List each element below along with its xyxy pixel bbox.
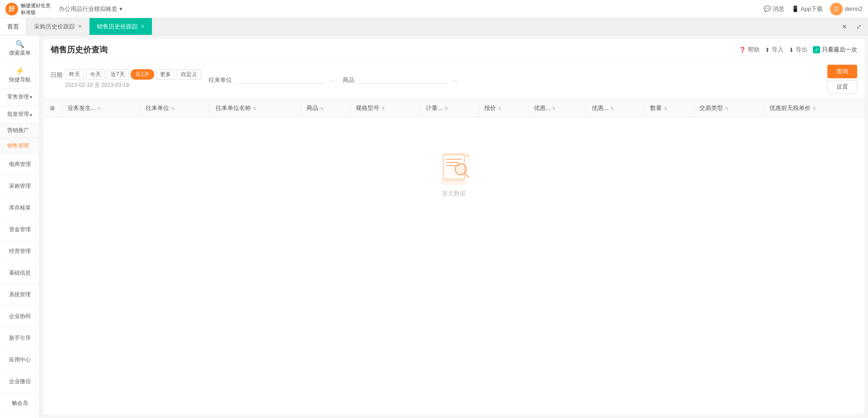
sidebar-item-app-center[interactable]: 应用中心 xyxy=(0,349,39,371)
th-discount1[interactable]: 优惠... ⇅ xyxy=(528,100,586,117)
import-icon: ⬆ xyxy=(765,47,770,53)
tab-sales-history[interactable]: 销售历史价跟踪 ✕ xyxy=(90,18,152,35)
sidebar-item-wholesale-mgmt[interactable]: 批发管理 ▴ xyxy=(0,106,39,123)
date-btn-today[interactable]: 今天 xyxy=(86,69,105,80)
th-discount2[interactable]: 优惠... ⇅ xyxy=(586,100,645,117)
user-btn[interactable]: D demo2 xyxy=(830,3,863,15)
app-title-area[interactable]: 办公用品行业模拟账套 ▾ xyxy=(59,5,123,13)
sidebar: 🔍 搜索菜单 ⚡ 快捷导航 零售管理 ▾ 批发管理 ▴ 营销推广 销售管理 电商… xyxy=(0,35,40,418)
goods-input[interactable] xyxy=(357,75,448,84)
th-partner-code[interactable]: 往来单位 ⇅ xyxy=(140,100,210,117)
sidebar-item-inventory[interactable]: 库存核算 xyxy=(0,197,39,219)
partner-filter-group: 往来单位 ... xyxy=(208,74,335,84)
date-btn-yesterday[interactable]: 昨天 xyxy=(65,69,84,80)
date-btn-more[interactable]: 更多 xyxy=(156,69,175,80)
data-table: ⚙ 业务发生... ⇅ 往来单位 xyxy=(43,100,864,117)
th-goods[interactable]: 商品 ⇅ xyxy=(301,100,350,117)
sidebar-label-ecommerce: 电商管理 xyxy=(9,161,31,168)
th-trade-type[interactable]: 交易类型 ⇅ xyxy=(694,100,764,117)
th-spec[interactable]: 规格型号 ⇅ xyxy=(350,100,420,117)
sidebar-label-enterprise-wechat: 企业微信 xyxy=(9,378,31,385)
tab-home[interactable]: 首页 xyxy=(0,18,27,35)
app-title-chevron: ▾ xyxy=(119,5,123,12)
tab-purchase-close[interactable]: ✕ xyxy=(78,24,82,29)
th-quantity[interactable]: 数量 ⇅ xyxy=(644,100,694,117)
date-btn-1month[interactable]: 近1月 xyxy=(131,69,155,80)
date-btn-7days[interactable]: 近7天 xyxy=(107,69,129,80)
header-left: 好 畅捷通好生意 标准版 办公用品行业模拟账套 ▾ xyxy=(5,2,123,15)
content-area: 销售历史价查询 ❓ 帮助 ⬆ 导入 ⬇ 导出 ✓ xyxy=(40,35,868,418)
tab-close-all-btn[interactable]: ✕ xyxy=(839,21,850,32)
logo-icon: 好 xyxy=(5,3,18,15)
export-icon: ⬇ xyxy=(789,47,794,53)
tab-bar: 首页 采购历史价跟踪 ✕ 销售历史价跟踪 ✕ ✕ ⤢ xyxy=(0,18,868,35)
sidebar-item-search-menu[interactable]: 🔍 搜索菜单 xyxy=(0,35,39,62)
settings-btn[interactable]: 设置 xyxy=(827,80,857,94)
th-biz-date[interactable]: 业务发生... ⇅ xyxy=(61,100,140,117)
sidebar-item-operations[interactable]: 经营管理 xyxy=(0,241,39,262)
sidebar-label-wholesale-mgmt: 批发管理 xyxy=(7,110,29,118)
import-btn[interactable]: ⬆ 导入 xyxy=(765,46,783,54)
sidebar-label-purchase: 采购管理 xyxy=(9,182,31,190)
page-header-actions: ❓ 帮助 ⬆ 导入 ⬇ 导出 ✓ 只看最后一次 xyxy=(739,46,857,54)
sidebar-item-ecommerce[interactable]: 电商管理 xyxy=(0,154,39,176)
sidebar-item-purchase[interactable]: 采购管理 xyxy=(0,176,39,197)
partner-input[interactable] xyxy=(235,75,325,84)
svg-line-8 xyxy=(465,173,468,177)
sidebar-label-basic-info: 基础信息 xyxy=(9,269,31,277)
sidebar-item-enterprise-collab[interactable]: 企业协同 xyxy=(0,306,39,328)
tab-maximize-btn[interactable]: ⤢ xyxy=(854,21,864,32)
sidebar-item-retail-mgmt[interactable]: 零售管理 ▾ xyxy=(0,89,39,106)
main-layout: 🔍 搜索菜单 ⚡ 快捷导航 零售管理 ▾ 批发管理 ▴ 营销推广 销售管理 电商… xyxy=(0,35,868,418)
query-btn[interactable]: 查询 xyxy=(827,65,857,78)
only-last-checkbox[interactable]: ✓ 只看最后一次 xyxy=(813,46,857,54)
sidebar-label-newbie: 新手引导 xyxy=(9,334,31,342)
partner-filter-label: 往来单位 xyxy=(208,74,232,84)
download-icon: 📱 xyxy=(792,5,799,12)
th-partner-name[interactable]: 往来单位名称 ⇅ xyxy=(210,100,301,117)
sidebar-label-quick-nav: 快捷导航 xyxy=(9,76,31,84)
date-range-text: 2023-02-18 至 2023-03-18 xyxy=(65,81,201,89)
sort-icon-quote: ⇅ xyxy=(498,106,501,111)
sidebar-item-basic-info[interactable]: 基础信息 xyxy=(0,262,39,284)
sidebar-item-vip[interactable]: 畅会员 xyxy=(0,393,39,414)
partner-input-row: ... xyxy=(235,74,335,84)
sidebar-item-newbie[interactable]: 新手引导 xyxy=(0,328,39,349)
download-btn[interactable]: 📱 App下载 xyxy=(792,5,823,13)
sidebar-item-system[interactable]: 系统管理 xyxy=(0,284,39,306)
tab-purchase-history[interactable]: 采购历史价跟踪 ✕ xyxy=(27,18,90,35)
goods-filter-group: 商品 ... xyxy=(343,74,458,84)
tab-sales-close[interactable]: ✕ xyxy=(141,24,145,29)
sidebar-sub-marketing[interactable]: 营销推广 xyxy=(0,123,39,138)
th-pre-discount-price[interactable]: 优惠前无税单价 ⇅ xyxy=(764,100,864,117)
sort-icon-spec: ⇅ xyxy=(381,106,385,111)
tab-home-label: 首页 xyxy=(7,23,19,31)
partner-dots[interactable]: ... xyxy=(329,74,335,84)
sidebar-item-quick-nav[interactable]: ⚡ 快捷导航 xyxy=(0,62,39,89)
empty-state: 暂无数据 xyxy=(43,117,864,225)
help-btn[interactable]: ❓ 帮助 xyxy=(739,46,760,54)
help-icon: ❓ xyxy=(739,47,746,53)
empty-illustration xyxy=(431,144,476,190)
messages-btn[interactable]: 💬 消息 xyxy=(764,5,784,13)
sidebar-item-enterprise-wechat[interactable]: 企业微信 xyxy=(0,371,39,393)
svg-point-0 xyxy=(440,180,467,185)
sort-icon-discount2: ⇅ xyxy=(610,106,614,111)
tab-bar-actions: ✕ ⤢ xyxy=(839,21,868,32)
page-header: 销售历史价查询 ❓ 帮助 ⬆ 导入 ⬇ 导出 ✓ xyxy=(43,39,864,59)
gear-icon: ⚙ xyxy=(50,105,55,112)
sort-icon-biz-date: ⇅ xyxy=(97,106,101,111)
date-btn-custom[interactable]: 自定义 xyxy=(177,69,201,80)
th-gear[interactable]: ⚙ xyxy=(43,100,61,117)
filter-area: 日期 昨天 今天 近7天 近1月 更多 自定义 2023-02-18 至 202… xyxy=(43,59,864,100)
sidebar-sub-sales-mgmt[interactable]: 销售管理 xyxy=(0,138,39,154)
sidebar-item-finance[interactable]: 资金管理 xyxy=(0,219,39,241)
export-btn[interactable]: ⬇ 导出 xyxy=(789,46,807,54)
th-unit[interactable]: 计量... ⇅ xyxy=(420,100,479,117)
sidebar-label-inventory: 库存核算 xyxy=(9,204,31,212)
svg-point-7 xyxy=(458,166,464,172)
goods-dots[interactable]: ... xyxy=(451,74,458,84)
sort-icon-unit: ⇅ xyxy=(444,106,448,111)
filter-actions: 查询 设置 xyxy=(827,65,857,94)
th-quote[interactable]: 报价 ⇅ xyxy=(478,100,528,117)
